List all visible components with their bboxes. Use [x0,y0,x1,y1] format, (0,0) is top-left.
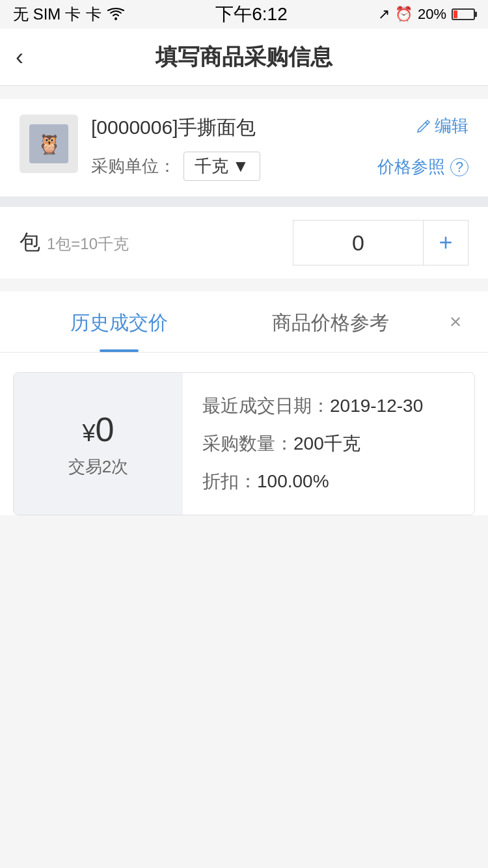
amount-value: 0 [96,411,115,448]
quantity-sub: 1包=10千克 [47,234,129,254]
quantity-controls: + [293,220,468,265]
product-card: 🦉 [0000006]手撕面包 采购单位： 千克 ▼ [0,99,488,197]
price-ref-button[interactable]: 价格参照 ? [377,156,468,178]
wifi-icon [107,8,125,21]
product-info: [0000006]手撕面包 采购单位： 千克 ▼ [91,115,260,181]
carrier-text: 无 SIM 卡 [13,4,81,25]
discount-value: 100.00% [257,471,329,491]
edit-icon [416,119,431,133]
quantity-input[interactable] [293,220,423,265]
status-right: ↗ ⏰ 20% [378,6,475,23]
back-button[interactable]: ‹ [16,44,23,71]
battery-pct: 20% [418,6,446,23]
price-trades: 交易2次 [68,455,128,478]
location-icon: ↗ [378,6,390,23]
quantity-unit: 包 [20,228,40,257]
product-logo: 🦉 [37,133,61,156]
battery-icon [452,8,475,20]
tab-history-price[interactable]: 历史成交价 [13,292,224,352]
status-time: 下午6:12 [215,2,288,27]
quantity-label: 包 1包=10千克 [20,228,129,257]
purchase-qty-label: 采购数量： [202,433,293,454]
recent-date-value: 2019-12-30 [330,396,423,416]
discount-row: 折扣：100.00% [202,468,455,495]
quantity-plus-button[interactable]: + [423,220,468,265]
status-bar: 无 SIM 卡 卡 下午6:12 ↗ ⏰ 20% [0,0,488,29]
purchase-qty-value: 200千克 [293,433,360,454]
main-content: 历史成交价 商品价格参考 × ¥0 交易2次 最近成交日期：2019-12-30… [0,292,488,812]
product-left: 🦉 [0000006]手撕面包 采购单位： 千克 ▼ [20,115,260,181]
tab-bar: 历史成交价 商品价格参考 × [0,292,488,353]
unit-value: 千克 [195,155,228,178]
tab-price-ref[interactable]: 商品价格参考 [224,292,436,352]
product-right: 编辑 价格参照 ? [377,115,468,178]
currency-symbol: ¥ [83,420,96,446]
unit-label: 采购单位： [91,155,176,178]
quantity-row: 包 1包=10千克 + [0,207,488,278]
price-card-right: 最近成交日期：2019-12-30 采购数量：200千克 折扣：100.00% [183,373,474,515]
product-thumbnail: 🦉 [20,115,78,173]
nav-bar: ‹ 填写商品采购信息 [0,29,488,86]
status-left: 无 SIM 卡 卡 [13,4,125,25]
price-ref-label: 价格参照 [377,156,445,178]
unit-select[interactable]: 千克 ▼ [183,152,260,181]
price-card-left: ¥0 交易2次 [14,373,183,515]
price-ref-help-icon: ? [450,158,468,176]
edit-label: 编辑 [435,115,468,137]
price-card: ¥0 交易2次 最近成交日期：2019-12-30 采购数量：200千克 折扣：… [13,372,475,515]
product-name: [0000006]手撕面包 [91,115,260,141]
edit-button[interactable]: 编辑 [416,115,468,137]
section-divider [0,197,488,207]
alarm-icon: ⏰ [395,6,413,23]
dropdown-arrow: ▼ [232,156,249,176]
recent-date-row: 最近成交日期：2019-12-30 [202,392,455,420]
recent-date-label: 最近成交日期： [202,396,330,416]
price-amount: ¥0 [83,410,115,449]
discount-label: 折扣： [202,471,257,491]
page-title: 填写商品采购信息 [156,42,332,72]
svg-point-0 [115,18,117,20]
sim-icon: 卡 [86,4,102,25]
tab-close-button[interactable]: × [436,303,475,342]
purchase-qty-row: 采购数量：200千克 [202,430,455,457]
tab-section: 历史成交价 商品价格参考 × ¥0 交易2次 最近成交日期：2019-12-30… [0,292,488,515]
